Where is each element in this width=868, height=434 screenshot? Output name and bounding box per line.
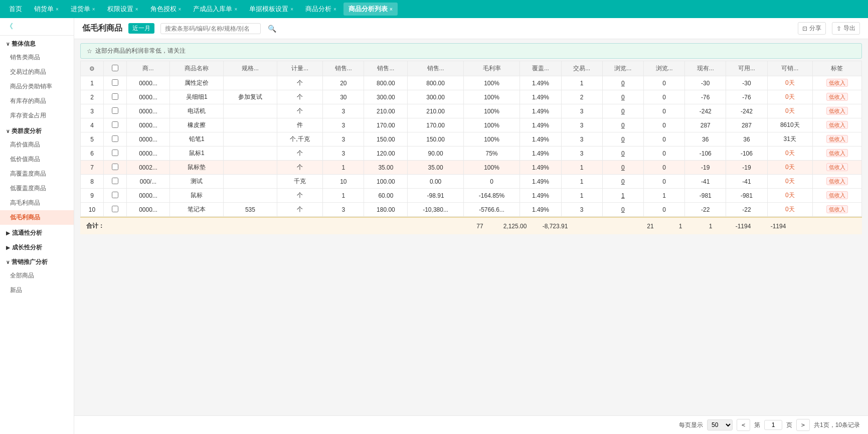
col-header-unit[interactable]: 计量... (277, 61, 323, 76)
search-icon[interactable]: 🔍 (267, 24, 277, 34)
col-header-current_stock[interactable]: 现有... (685, 61, 726, 76)
nav-close-icon[interactable]: × (390, 7, 393, 12)
sidebar-group-title-1[interactable]: ∨类群度分析 (0, 123, 74, 137)
search-input[interactable] (160, 23, 261, 34)
col-header-sales_amount[interactable]: 销售... (364, 61, 408, 76)
row-checkbox[interactable] (112, 93, 118, 100)
share-button[interactable]: ⊡ 分享 (798, 22, 826, 35)
nav-close-icon[interactable]: × (333, 7, 336, 12)
col-header-spec[interactable]: 规格... (224, 61, 277, 76)
col-header-view1[interactable]: 浏览... (602, 61, 643, 76)
cell-checkbox[interactable] (104, 189, 126, 203)
row-checkbox[interactable] (112, 150, 118, 156)
row-checkbox[interactable] (112, 107, 118, 114)
row-checkbox[interactable] (112, 178, 118, 184)
cell-sales_qty: 3 (323, 104, 364, 118)
page-size-label: 每页显示 (679, 421, 703, 429)
sidebar-item-全部商品[interactable]: 全部商品 (0, 268, 74, 283)
sidebar-group-title-4[interactable]: ∨营销推广分析 (0, 254, 74, 268)
view-link[interactable]: 0 (621, 178, 625, 185)
prev-page-button[interactable]: ＜ (737, 419, 750, 431)
view-link[interactable]: 0 (621, 108, 625, 115)
sidebar-item-新品[interactable]: 新品 (0, 283, 74, 298)
cell-tag: 低收入 (812, 161, 861, 175)
sidebar-group-title-3[interactable]: ▶成长性分析 (0, 239, 74, 254)
nav-close-icon[interactable]: × (56, 7, 59, 12)
sidebar-item-销售类商品[interactable]: 销售类商品 (0, 50, 74, 65)
nav-item-销货单[interactable]: 销货单 × (29, 3, 64, 16)
sidebar-item-高价值商品[interactable]: 高价值商品 (0, 137, 74, 152)
sidebar-item-高覆盖度商品[interactable]: 高覆盖度商品 (0, 167, 74, 181)
col-header-available_stock[interactable]: 可用... (726, 61, 767, 76)
sidebar-item-低覆盖度商品[interactable]: 低覆盖度商品 (0, 181, 74, 196)
nav-item-单据模板设置[interactable]: 单据模板设置 × (244, 3, 298, 16)
cell-spec (224, 147, 277, 161)
cell-checkbox[interactable] (104, 118, 126, 132)
page-number-input[interactable] (764, 420, 782, 430)
view-link[interactable]: 0 (621, 136, 625, 143)
view-link[interactable]: 0 (621, 94, 625, 101)
nav-item-产成品入库单[interactable]: 产成品入库单 × (188, 3, 242, 16)
cell-sales_qty: 3 (323, 118, 364, 132)
view-link[interactable]: 0 (621, 164, 625, 171)
sidebar-item-高毛利商品[interactable]: 高毛利商品 (0, 196, 74, 210)
sidebar-item-商品分类助销率[interactable]: 商品分类助销率 (0, 79, 74, 94)
sidebar-group-title-2[interactable]: ▶流通性分析 (0, 225, 74, 239)
sidebar-item-低价值商品[interactable]: 低价值商品 (0, 152, 74, 167)
cell-checkbox[interactable] (104, 161, 126, 175)
nav-item-角色授权[interactable]: 角色授权 × (145, 3, 187, 16)
nav-item-商品分析[interactable]: 商品分析 × (300, 3, 341, 16)
col-header-coverage[interactable]: 覆盖... (520, 61, 561, 76)
row-checkbox[interactable] (112, 135, 118, 142)
view-link[interactable]: 0 (621, 206, 625, 213)
row-checkbox[interactable] (112, 121, 118, 128)
filter-tag[interactable]: 近一月 (128, 23, 154, 34)
nav-item-权限设置[interactable]: 权限设置 × (102, 3, 143, 16)
nav-close-icon[interactable]: × (135, 7, 138, 12)
cell-checkbox[interactable] (104, 76, 126, 90)
cell-checkbox[interactable] (104, 90, 126, 104)
view-link[interactable]: 1 (621, 192, 625, 199)
col-header-saleable_days[interactable]: 可销... (767, 61, 812, 76)
export-button[interactable]: ⇧ 导出 (832, 22, 860, 35)
row-checkbox[interactable] (112, 164, 118, 170)
sidebar-item-库存资金占用[interactable]: 库存资金占用 (0, 108, 74, 123)
col-header-view2[interactable]: 浏览... (643, 61, 684, 76)
sidebar-item-交易过的商品[interactable]: 交易过的商品 (0, 65, 74, 79)
sidebar-group-title-0[interactable]: ∨整体信息 (0, 36, 74, 50)
cell-checkbox[interactable] (104, 104, 126, 118)
nav-close-icon[interactable]: × (234, 7, 237, 12)
col-header-sales_profit[interactable]: 销售... (408, 61, 463, 76)
sidebar-item-有库存的商品[interactable]: 有库存的商品 (0, 94, 74, 108)
nav-close-icon[interactable]: × (290, 7, 293, 12)
row-checkbox[interactable] (112, 206, 118, 212)
nav-item-商品分析列表[interactable]: 商品分析列表 × (343, 3, 398, 16)
select-all-checkbox[interactable] (112, 65, 118, 71)
col-header-code[interactable]: 商... (126, 61, 170, 76)
col-header-name[interactable]: 商品名称 (170, 61, 224, 76)
nav-item-进货单[interactable]: 进货单 × (66, 3, 100, 16)
row-checkbox[interactable] (112, 192, 118, 198)
sidebar-item-低毛利商品[interactable]: 低毛利商品 (0, 210, 74, 225)
total-current-stock: -1194 (726, 223, 761, 230)
view-link[interactable]: 0 (621, 80, 625, 87)
cell-view2: 0 (643, 104, 684, 118)
nav-item-首页[interactable]: 首页 (4, 3, 27, 16)
view-link[interactable]: 0 (621, 122, 625, 129)
cell-checkbox[interactable] (104, 132, 126, 147)
page-size-select[interactable]: 50 100 200 (707, 419, 733, 430)
col-header-gross_margin[interactable]: 毛利率 (463, 61, 520, 76)
cell-trade: 1 (561, 175, 602, 189)
col-header-trade[interactable]: 交易... (561, 61, 602, 76)
row-checkbox[interactable] (112, 79, 118, 86)
cell-checkbox[interactable] (104, 147, 126, 161)
col-header-sales_qty[interactable]: 销售... (323, 61, 364, 76)
nav-close-icon[interactable]: × (92, 7, 95, 12)
cell-checkbox[interactable] (104, 175, 126, 189)
nav-close-icon[interactable]: × (179, 7, 182, 12)
next-page-button[interactable]: ＞ (796, 419, 810, 431)
cell-checkbox[interactable] (104, 203, 126, 217)
sidebar-collapse-button[interactable]: 《 (0, 18, 74, 36)
view-link[interactable]: 0 (621, 150, 625, 157)
settings-icon[interactable]: ⚙ (89, 65, 95, 72)
